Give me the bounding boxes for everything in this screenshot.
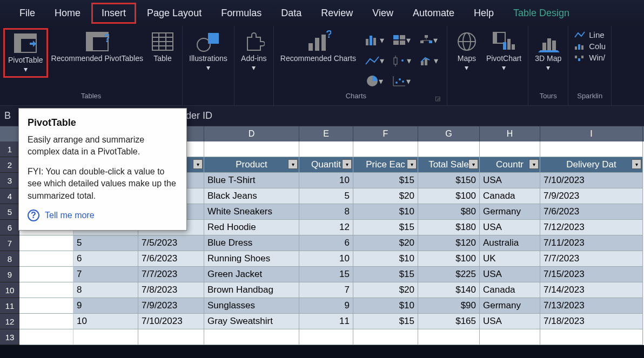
table-cell[interactable] xyxy=(480,329,540,345)
table-cell[interactable]: USA xyxy=(480,220,540,235)
table-cell[interactable]: 8 xyxy=(73,282,138,298)
table-cell[interactable] xyxy=(418,329,480,345)
table-cell[interactable]: $120 xyxy=(418,235,480,251)
table-cell[interactable]: 7/9/2023 xyxy=(138,298,204,314)
column-header[interactable]: H xyxy=(480,126,540,141)
row-header[interactable]: 13 xyxy=(0,329,19,345)
tell-me-more-link[interactable]: ? Tell me more xyxy=(28,210,178,221)
table-cell[interactable]: 5 xyxy=(73,235,138,251)
cell[interactable] xyxy=(19,329,73,345)
table-cell[interactable]: 7/7/2023 xyxy=(540,251,643,267)
column-header[interactable]: I xyxy=(540,126,643,141)
table-cell[interactable]: Sunglasses xyxy=(204,298,299,314)
menu-help[interactable]: Help xyxy=(465,4,502,22)
chart-line-button[interactable]: ▾ xyxy=(361,51,387,70)
table-cell[interactable]: 10 xyxy=(299,251,353,267)
table-cell[interactable]: 7/13/2023 xyxy=(540,298,643,314)
menu-page-layout[interactable]: Page Layout xyxy=(138,4,210,22)
table-cell[interactable]: 7/7/2023 xyxy=(138,267,204,282)
filter-button[interactable]: ▾ xyxy=(342,159,352,169)
cell[interactable] xyxy=(19,251,73,267)
table-cell[interactable]: 12 xyxy=(299,220,353,235)
table-header-cell[interactable]: Delivery Dat▾ xyxy=(540,157,643,173)
column-header[interactable]: F xyxy=(353,126,418,141)
table-cell[interactable]: White Sneakers xyxy=(204,204,299,220)
sparkline-winloss-button[interactable]: Win/ xyxy=(574,53,606,62)
filter-button[interactable]: ▾ xyxy=(632,159,641,169)
table-cell[interactable]: 7 xyxy=(299,282,353,298)
charts-dialog-launcher[interactable]: ◲ xyxy=(435,95,444,102)
recommended-pivottables-button[interactable]: ? Recommended PivotTables xyxy=(48,28,146,65)
select-all-corner[interactable] xyxy=(0,126,19,141)
table-header-cell[interactable]: Product▾ xyxy=(204,157,299,173)
row-header[interactable]: 10 xyxy=(0,282,19,298)
chart-combo-button[interactable]: ▾ xyxy=(415,51,441,70)
table-cell[interactable]: Germany xyxy=(480,298,540,314)
table-header-cell[interactable]: Countr▾ xyxy=(480,157,540,173)
menu-data[interactable]: Data xyxy=(272,4,310,22)
row-header[interactable]: 7 xyxy=(0,235,19,251)
table-cell[interactable]: 7/10/2023 xyxy=(540,173,643,188)
table-cell[interactable] xyxy=(353,329,418,345)
row-header[interactable]: 9 xyxy=(0,267,19,282)
table-cell[interactable]: 5 xyxy=(299,188,353,204)
table-cell[interactable]: 7/5/2023 xyxy=(138,235,204,251)
table-cell[interactable]: $150 xyxy=(418,173,480,188)
table-cell[interactable]: $20 xyxy=(353,188,418,204)
row-header[interactable]: 1 xyxy=(0,141,19,157)
table-cell[interactable]: Germany xyxy=(480,204,540,220)
table-cell[interactable]: 10 xyxy=(299,173,353,188)
table-cell[interactable] xyxy=(418,141,480,157)
table-cell[interactable]: 7/14/2023 xyxy=(540,282,643,298)
row-header[interactable]: 3 xyxy=(0,173,19,188)
cell[interactable] xyxy=(19,298,73,314)
table-header-cell[interactable]: Total Sale▾ xyxy=(418,157,480,173)
row-header[interactable]: 5 xyxy=(0,204,19,220)
table-cell[interactable] xyxy=(480,141,540,157)
chart-hierarchy-button[interactable]: ▾ xyxy=(415,30,441,50)
column-header[interactable]: E xyxy=(299,126,353,141)
column-header[interactable]: G xyxy=(418,126,480,141)
table-cell[interactable]: USA xyxy=(480,314,540,329)
table-cell[interactable]: $100 xyxy=(418,251,480,267)
pivotchart-button[interactable]: PivotChart▾ xyxy=(483,28,525,75)
table-cell[interactable]: $15 xyxy=(353,267,418,282)
table-cell[interactable]: Red Hoodie xyxy=(204,220,299,235)
table-cell[interactable] xyxy=(73,329,138,345)
table-cell[interactable] xyxy=(299,141,353,157)
table-cell[interactable] xyxy=(299,329,353,345)
filter-button[interactable]: ▾ xyxy=(407,159,417,169)
table-cell[interactable]: Blue Dress xyxy=(204,235,299,251)
cell[interactable] xyxy=(19,314,73,329)
table-header-cell[interactable]: Price Eac▾ xyxy=(353,157,418,173)
table-cell[interactable]: $140 xyxy=(418,282,480,298)
table-cell[interactable]: 7/10/2023 xyxy=(138,314,204,329)
chart-column-button[interactable]: ▾ xyxy=(361,30,387,50)
table-cell[interactable]: Australia xyxy=(480,235,540,251)
table-cell[interactable]: Black Jeans xyxy=(204,188,299,204)
row-header[interactable]: 6 xyxy=(0,220,19,235)
menu-view[interactable]: View xyxy=(364,4,402,22)
table-cell[interactable]: 7/6/2023 xyxy=(138,251,204,267)
table-cell[interactable]: 9 xyxy=(299,298,353,314)
pivottable-button[interactable]: PivotTable▾ xyxy=(3,28,48,78)
cell[interactable] xyxy=(19,282,73,298)
table-cell[interactable] xyxy=(204,141,299,157)
table-cell[interactable] xyxy=(138,329,204,345)
table-cell[interactable]: $10 xyxy=(353,251,418,267)
table-cell[interactable]: 7/18/2023 xyxy=(540,314,643,329)
chart-map-button[interactable]: ▾ xyxy=(388,30,414,50)
table-cell[interactable]: 7/12/2023 xyxy=(540,220,643,235)
table-cell[interactable] xyxy=(353,141,418,157)
table-cell[interactable]: 7/6/2023 xyxy=(540,204,643,220)
table-cell[interactable]: USA xyxy=(480,173,540,188)
table-cell[interactable]: $80 xyxy=(418,204,480,220)
table-cell[interactable]: 6 xyxy=(73,251,138,267)
table-cell[interactable]: Running Shoes xyxy=(204,251,299,267)
table-cell[interactable]: 8 xyxy=(299,204,353,220)
table-cell[interactable]: 15 xyxy=(299,267,353,282)
table-cell[interactable]: $225 xyxy=(418,267,480,282)
menu-insert[interactable]: Insert xyxy=(91,3,136,24)
filter-button[interactable]: ▾ xyxy=(529,159,539,169)
3d-map-button[interactable]: 3D Map▾ xyxy=(532,28,565,75)
